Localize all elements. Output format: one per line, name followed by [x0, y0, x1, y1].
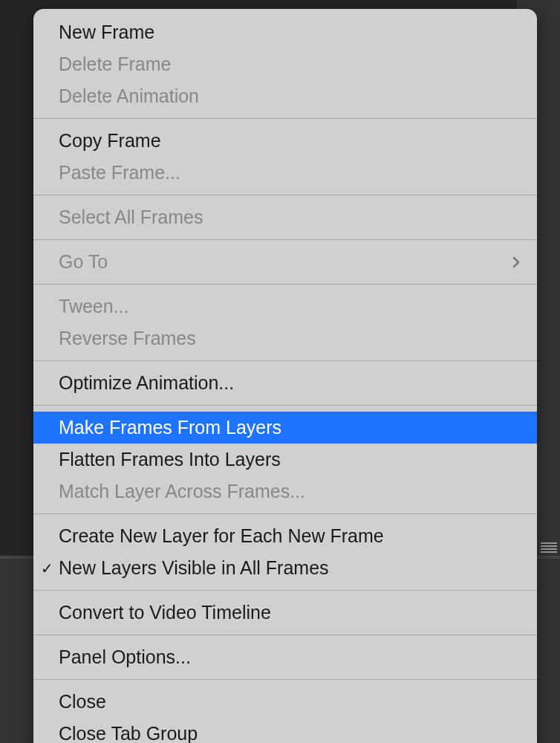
menu-item-new-layers-visible-all-frames[interactable]: ✓New Layers Visible in All Frames: [33, 552, 537, 584]
menu-separator: [33, 195, 537, 195]
menu-item-make-frames-from-layers[interactable]: Make Frames From Layers: [33, 412, 537, 444]
menu-separator: [33, 360, 537, 361]
menu-separator: [33, 405, 537, 406]
menu-separator: [33, 118, 537, 119]
menu-item-convert-to-video-timeline[interactable]: Convert to Video Timeline: [33, 597, 537, 629]
menu-item-label: Panel Options...: [59, 644, 191, 670]
menu-item-optimize-animation[interactable]: Optimize Animation...: [33, 367, 537, 399]
panel-menu-icon[interactable]: [541, 542, 557, 553]
menu-item-create-new-layer-each-frame[interactable]: Create New Layer for Each New Frame: [33, 520, 537, 552]
menu-item-close-tab-group[interactable]: Close Tab Group: [33, 718, 537, 743]
menu-item-flatten-frames-into-layers[interactable]: Flatten Frames Into Layers: [33, 444, 537, 476]
chevron-right-icon: [512, 256, 521, 269]
menu-item-label: Copy Frame: [59, 128, 161, 154]
menu-separator: [33, 635, 537, 635]
menu-item-label: Make Frames From Layers: [59, 415, 281, 441]
menu-item-copy-frame[interactable]: Copy Frame: [33, 125, 537, 157]
menu-item-label: Delete Frame: [59, 51, 171, 77]
menu-item-match-layer-across-frames: Match Layer Across Frames...: [33, 476, 537, 507]
menu-item-label: Match Layer Across Frames...: [59, 478, 305, 504]
menu-item-label: Delete Animation: [59, 83, 199, 109]
menu-separator: [33, 590, 537, 591]
menu-item-label: Convert to Video Timeline: [59, 600, 271, 626]
menu-item-label: Go To: [59, 249, 108, 275]
menu-item-label: Close Tab Group: [59, 721, 198, 743]
menu-item-label: Create New Layer for Each New Frame: [59, 523, 384, 549]
menu-separator: [33, 284, 537, 285]
menu-item-close[interactable]: Close: [33, 686, 537, 718]
menu-item-paste-frame: Paste Frame...: [33, 157, 537, 189]
menu-item-label: New Layers Visible in All Frames: [59, 555, 329, 581]
checkmark-icon: ✓: [41, 558, 53, 579]
menu-item-go-to: Go To: [33, 246, 537, 278]
menu-item-label: Flatten Frames Into Layers: [59, 447, 281, 473]
menu-item-label: Select All Frames: [59, 204, 204, 230]
menu-item-label: Close: [59, 689, 106, 715]
menu-item-new-frame[interactable]: New Frame: [33, 16, 537, 48]
timeline-panel-context-menu: New FrameDelete FrameDelete AnimationCop…: [33, 9, 537, 743]
menu-item-panel-options[interactable]: Panel Options...: [33, 641, 537, 673]
menu-item-select-all-frames: Select All Frames: [33, 201, 537, 233]
menu-separator: [33, 513, 537, 514]
menu-separator: [33, 679, 537, 680]
menu-separator: [33, 239, 537, 240]
menu-item-delete-frame: Delete Frame: [33, 48, 537, 80]
menu-item-label: Optimize Animation...: [59, 370, 234, 396]
menu-item-reverse-frames: Reverse Frames: [33, 322, 537, 354]
menu-item-tween: Tween...: [33, 291, 537, 322]
menu-item-label: Paste Frame...: [59, 160, 180, 186]
menu-item-label: New Frame: [59, 19, 154, 45]
menu-item-label: Tween...: [59, 293, 129, 319]
menu-item-delete-animation: Delete Animation: [33, 80, 537, 112]
menu-item-label: Reverse Frames: [59, 325, 196, 351]
